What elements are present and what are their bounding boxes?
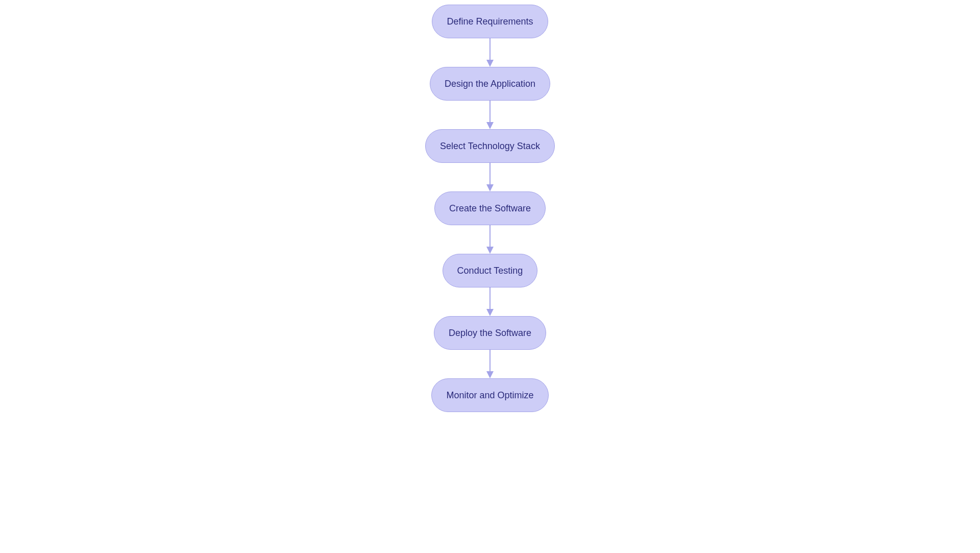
arrow-icon	[485, 101, 495, 129]
arrow-icon	[485, 287, 495, 316]
flow-node-design-application[interactable]: Design the Application	[430, 67, 550, 101]
flow-node-define-requirements[interactable]: Define Requirements	[432, 5, 548, 38]
flow-node-create-software[interactable]: Create the Software	[434, 191, 546, 225]
flow-node-label: Create the Software	[449, 203, 531, 214]
svg-marker-9	[486, 309, 494, 316]
svg-marker-11	[486, 371, 494, 378]
arrow-icon	[485, 350, 495, 378]
flow-node-label: Monitor and Optimize	[446, 390, 533, 401]
flowchart-container: Define Requirements Design the Applicati…	[425, 5, 555, 412]
svg-marker-5	[486, 184, 494, 191]
flow-node-monitor-optimize[interactable]: Monitor and Optimize	[431, 378, 548, 412]
flow-node-label: Design the Application	[445, 79, 535, 89]
flow-node-label: Conduct Testing	[457, 266, 523, 276]
arrow-icon	[485, 163, 495, 191]
svg-marker-1	[486, 60, 494, 67]
arrow-icon	[485, 38, 495, 67]
arrow-icon	[485, 225, 495, 254]
svg-marker-3	[486, 122, 494, 129]
flow-node-label: Define Requirements	[447, 16, 533, 27]
flow-node-conduct-testing[interactable]: Conduct Testing	[443, 254, 538, 287]
flow-node-select-technology[interactable]: Select Technology Stack	[425, 129, 555, 163]
flow-node-label: Select Technology Stack	[440, 141, 540, 152]
flow-node-deploy-software[interactable]: Deploy the Software	[434, 316, 546, 350]
svg-marker-7	[486, 247, 494, 254]
flow-node-label: Deploy the Software	[449, 328, 531, 339]
